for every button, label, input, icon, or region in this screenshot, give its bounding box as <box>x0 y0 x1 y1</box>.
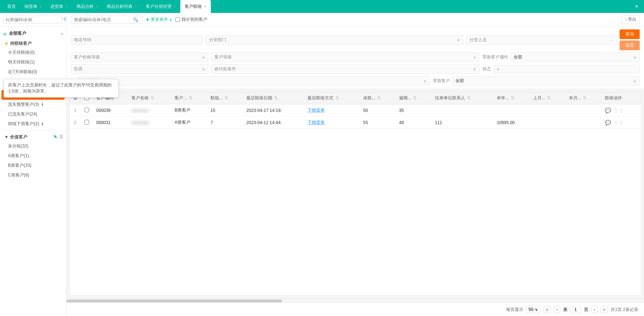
row-checkbox-cell[interactable] <box>81 104 93 117</box>
nav-item-analysis-list[interactable]: 商品分析列表 × <box>102 0 141 13</box>
table-row: 2 000031 xxxxxxxx A类客户 7 2023-04-12 14:4… <box>70 117 641 129</box>
price-grade-field[interactable]: 客户价格等级 ∨ <box>71 52 208 62</box>
contact-method-link[interactable]: 下销货单 <box>307 108 325 113</box>
filter-search-icon[interactable]: 🔍 <box>133 17 138 22</box>
nav-item-analysis[interactable]: 商品分析 × <box>72 0 102 13</box>
sidebar-pending-contact-section[interactable]: ▼ 待联络客户 <box>0 39 66 48</box>
filter-search-input[interactable] <box>74 17 131 22</box>
payment-field[interactable]: 收付款条件 ∨ <box>211 64 480 74</box>
last-page-btn[interactable]: » <box>601 306 608 313</box>
sort-contact-count-icon[interactable]: ⇅ <box>224 95 228 100</box>
row-checkbox[interactable] <box>84 120 89 124</box>
sort-last-month-icon[interactable]: ⇅ <box>547 95 551 100</box>
export-btn[interactable]: ↑ 导出 <box>621 15 640 24</box>
sidebar-class-c[interactable]: C类客户(6) <box>0 170 66 180</box>
nav-close-analysis[interactable]: × <box>96 0 98 13</box>
action-chat-icon[interactable]: 💬 <box>605 120 611 126</box>
nav-close-analysis-list[interactable]: × <box>135 0 137 13</box>
sidebar-today[interactable]: 今天待联络(0) <box>0 48 66 57</box>
row-this-month <box>565 117 601 129</box>
row-this-month <box>565 104 601 117</box>
action-chat-icon[interactable]: 💬 <box>605 108 611 113</box>
row-num: 1 <box>70 104 81 117</box>
my-customers-checkbox[interactable]: 我分管的客户 <box>175 16 207 23</box>
per-page-chevron-icon: ∨ <box>535 307 538 312</box>
nav-item-home[interactable]: 首页 <box>3 0 20 13</box>
status-field[interactable]: ∨ <box>493 65 640 74</box>
nav-item-sales[interactable]: 销货单 × <box>20 0 46 13</box>
sidebar-search-icon[interactable]: 🔍 <box>63 17 66 22</box>
customer-grade-field[interactable]: 客户等级 ∨ <box>211 52 480 62</box>
pending-arrow-icon: ▼ <box>4 41 9 46</box>
nav-close-customer-contact[interactable]: × <box>204 0 206 13</box>
scrollbar-track[interactable] <box>66 299 644 303</box>
value-more-icon[interactable]: ☰ <box>59 135 63 140</box>
sort-not-contacted-icon[interactable]: ⇅ <box>377 95 381 100</box>
row-checkbox[interactable] <box>84 108 89 112</box>
total-info: 共1页 2条记录 <box>611 307 638 313</box>
sort-contact-person-icon[interactable]: ⇅ <box>467 95 471 100</box>
sidebar-search-input[interactable] <box>3 16 62 24</box>
retail-attr-field[interactable]: 全部 ∨ <box>510 52 640 62</box>
filter-row-1: 电话号码 分管部门 ∨ 分管人员 … 查询 设置 <box>71 29 640 50</box>
filter-search-box[interactable]: 🔍 <box>71 16 143 24</box>
continuous-down-info-icon[interactable]: ℹ <box>42 122 43 126</box>
sidebar-all-customers[interactable]: ⚏ 全部客户 » <box>0 28 66 39</box>
sidebar-continuous-down[interactable]: 持续下滑客户(2) ℹ <box>0 119 66 129</box>
sidebar-class-b[interactable]: B类客户(33) <box>0 161 66 170</box>
sidebar-week7[interactable]: 近7天待联络(0) <box>0 67 66 77</box>
value-edit-icon[interactable]: ✎ <box>54 135 57 140</box>
sort-last-contact-method-icon[interactable]: ⇅ <box>335 95 339 100</box>
sidebar-lost-warning[interactable]: 流失预警客户(3) ℹ <box>0 100 66 109</box>
row-this-year: 10995.00 <box>493 117 529 129</box>
lost-warning-info-icon[interactable]: ℹ <box>42 102 43 107</box>
sort-this-year-icon[interactable]: ⇅ <box>511 95 514 100</box>
action-more-icon[interactable]: ⋮⋮ <box>613 120 624 126</box>
sidebar-tomorrow[interactable]: 明天待联络(1) <box>0 57 66 67</box>
page-number-input[interactable] <box>570 306 581 313</box>
nav-close-purchase[interactable]: × <box>65 0 68 13</box>
retail-customer-field[interactable]: 全部 ∨ <box>452 76 640 86</box>
nav-close-customer-layer[interactable]: × <box>174 0 176 13</box>
dept-field[interactable]: 分管部门 ∨ <box>206 35 463 45</box>
row-name: xxxxxxxx <box>128 117 171 129</box>
next-page-btn[interactable]: › <box>591 306 598 313</box>
sidebar-lost[interactable]: 已流失客户(24) <box>0 109 66 119</box>
customer-type-field[interactable]: 客户类型 ∨ <box>78 76 430 86</box>
retail-customer-chevron-icon: ∨ <box>633 79 636 84</box>
sidebar-value-section[interactable]: ▼ 价值客户 ✎ ☰ <box>0 132 66 141</box>
settings-button[interactable]: 设置 <box>620 41 640 50</box>
phone-field[interactable]: 电话号码 <box>71 35 203 45</box>
row-last-contact-method[interactable]: 下销货单 <box>304 117 360 129</box>
my-customers-check[interactable] <box>175 17 180 22</box>
horizontal-scrollbar[interactable] <box>66 298 644 303</box>
person-field[interactable]: 分管人员 … <box>466 35 617 45</box>
row-last-contact-method[interactable]: 下销货单 <box>304 104 360 117</box>
nav-item-customer-contact[interactable]: 客户联络 × <box>180 0 210 13</box>
sort-this-month-icon[interactable]: ⇅ <box>583 95 587 100</box>
gender-field[interactable]: 性质 ∨ <box>71 64 208 74</box>
price-grade-chevron-icon: ∨ <box>202 55 205 60</box>
sidebar-class-a[interactable]: A类客户(1) <box>0 151 66 161</box>
nav-close-sales[interactable]: × <box>40 0 42 13</box>
row-code: 000039 <box>93 104 128 117</box>
sort-last-contact-date-icon[interactable]: ⇅ <box>274 95 278 100</box>
sort-name-icon[interactable]: ⇅ <box>150 95 154 100</box>
sort-overdue-icon[interactable]: ⇅ <box>413 95 417 100</box>
contact-method-link[interactable]: 下销货单 <box>307 120 325 125</box>
sidebar-collapse-icon[interactable]: » <box>61 31 63 36</box>
scrollbar-thumb[interactable] <box>66 300 282 302</box>
nav-item-customer-layer[interactable]: 客户分层经营 × <box>142 0 180 13</box>
per-page-select[interactable]: 50 ∨ <box>526 306 541 313</box>
action-more-icon[interactable]: ⋮⋮ <box>613 108 624 113</box>
prev-page-btn[interactable]: ‹ <box>554 306 560 313</box>
sidebar-unclassified[interactable]: 未分组(32) <box>0 141 66 151</box>
nav-item-purchase[interactable]: 进货单 × <box>46 0 72 13</box>
query-button[interactable]: 查询 <box>620 29 640 39</box>
first-page-btn[interactable]: « <box>543 306 551 313</box>
sort-type-icon[interactable]: ⇅ <box>189 95 193 100</box>
more-conditions-btn[interactable]: ▼ 更多条件 ∧ <box>145 16 172 23</box>
row-checkbox-cell[interactable] <box>81 117 93 129</box>
dept-chevron-icon: ∨ <box>457 37 460 42</box>
window-close-button[interactable]: × <box>632 3 641 10</box>
